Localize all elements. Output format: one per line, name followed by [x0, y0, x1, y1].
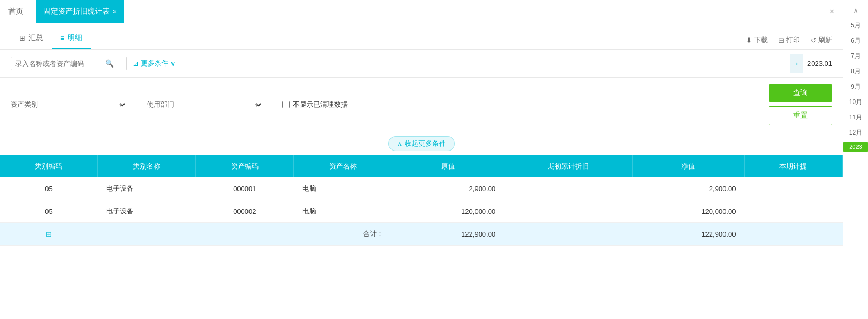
table-row: 05 电子设备 000002 电脑 120,000.00 120,000.00	[0, 200, 843, 223]
download-icon: ⬇	[746, 36, 752, 44]
tab-detail-label: 明细	[68, 33, 82, 43]
subtotal-label: 合计：	[98, 223, 392, 246]
department-label: 使用部门	[147, 100, 174, 109]
collapse-label: 收起更多条件	[405, 139, 446, 148]
cell-asset-name: 电脑	[294, 200, 392, 223]
category-label: 资产类别	[11, 100, 38, 109]
tab-detail[interactable]: ≡ 明细	[52, 28, 91, 49]
search-icon: 🔍	[105, 59, 114, 68]
sidebar-nav-up[interactable]: ∧	[851, 4, 861, 17]
table-row: 05 电子设备 000001 电脑 2,900.00 2,900.00	[0, 177, 843, 200]
print-button[interactable]: ⊟ 打印	[778, 35, 800, 45]
refresh-icon: ↺	[810, 36, 816, 44]
sidebar-month-item[interactable]: 6月	[847, 33, 864, 49]
toolbar-actions: ⬇ 下载 ⊟ 打印 ↺ 刷新	[746, 35, 832, 49]
cell-accumulated-depreciation	[504, 200, 632, 223]
cell-asset-code: 000002	[196, 200, 294, 223]
refresh-label: 刷新	[818, 35, 832, 45]
table-subtotal-row: ⊞ 合计： 122,900.00 122,900.00	[0, 223, 843, 246]
subtotal-accumulated-depreciation	[504, 223, 632, 246]
detail-icon: ≡	[60, 34, 64, 42]
col-category-code: 类别编码	[0, 155, 98, 177]
cell-category-code: 05	[0, 177, 98, 200]
cell-category-name: 电子设备	[98, 177, 196, 200]
filter-actions: 查询 重置	[769, 84, 832, 125]
nav-tab-label: 固定资产折旧统计表	[43, 7, 110, 16]
sidebar-month-item[interactable]: 12月	[847, 125, 864, 140]
table-header-row: 类别编码 类别名称 资产编码 资产名称 原值 期初累计折旧 净值 本期计提	[0, 155, 843, 177]
cell-current-depreciation	[744, 177, 842, 200]
date-display: 2023.01	[807, 60, 832, 68]
collapse-button[interactable]: ∧ 收起更多条件	[388, 136, 455, 151]
top-nav: 首页 固定资产折旧统计表 × ×	[0, 0, 843, 23]
cell-accumulated-depreciation	[504, 177, 632, 200]
cell-category-code: 05	[0, 200, 98, 223]
hide-cleared-checkbox[interactable]	[282, 101, 290, 108]
reset-button[interactable]: 重置	[769, 106, 832, 125]
more-conditions-label: 更多条件	[141, 59, 168, 68]
nav-home[interactable]: 首页	[8, 7, 23, 16]
department-filter: 使用部门 ▼	[147, 99, 262, 110]
nav-tab-active[interactable]: 固定资产折旧统计表 ×	[36, 0, 124, 23]
month-list: 5月6月7月8月9月10月11月12月	[847, 18, 864, 140]
right-sidebar: ∧ 5月6月7月8月9月10月11月12月 2023	[843, 0, 868, 319]
collapse-bar: ∧ 收起更多条件	[0, 132, 843, 155]
chevron-up-icon: ∧	[397, 140, 403, 148]
year-badge[interactable]: 2023	[843, 142, 868, 152]
col-accumulated-depreciation: 期初累计折旧	[504, 155, 632, 177]
filter-bar: 🔍 ⊿ 更多条件 ∨ › 2023.01	[0, 50, 843, 78]
col-current-depreciation: 本期计提	[744, 155, 842, 177]
col-net-value: 净值	[632, 155, 744, 177]
sidebar-month-item[interactable]: 8月	[847, 64, 864, 79]
department-select[interactable]	[178, 99, 263, 110]
subtotal-net-value: 122,900.00	[632, 223, 744, 246]
cell-net-value: 120,000.00	[632, 200, 744, 223]
cell-original-value: 2,900.00	[392, 177, 504, 200]
tab-summary[interactable]: ⊞ 汇总	[11, 28, 52, 49]
more-conditions-button[interactable]: ⊿ 更多条件 ∨	[133, 59, 176, 68]
download-button[interactable]: ⬇ 下载	[746, 35, 768, 45]
col-asset-name: 资产名称	[294, 155, 392, 177]
print-icon: ⊟	[778, 36, 784, 44]
hide-cleared-label: 不显示已清理数据	[293, 100, 348, 109]
subtotal-original-value: 122,900.00	[392, 223, 504, 246]
tab-summary-label: 汇总	[28, 33, 43, 43]
chevron-down-icon: ∨	[170, 60, 176, 68]
col-category-name: 类别名称	[98, 155, 196, 177]
sidebar-month-item[interactable]: 7月	[847, 49, 864, 64]
category-select[interactable]	[42, 99, 127, 110]
sidebar-month-item[interactable]: 9月	[847, 79, 864, 95]
subtotal-current-depreciation	[744, 223, 842, 246]
summary-icon: ⊞	[19, 34, 25, 42]
sidebar-month-item[interactable]: 10月	[847, 95, 864, 110]
cell-asset-code: 000001	[196, 177, 294, 200]
category-filter: 资产类别 ▼	[11, 99, 126, 110]
sidebar-month-item[interactable]: 5月	[847, 18, 864, 33]
window-close-button[interactable]: ×	[829, 7, 834, 16]
download-label: 下载	[754, 35, 768, 45]
cell-original-value: 120,000.00	[392, 200, 504, 223]
advanced-filter: 资产类别 ▼ 使用部门 ▼ 不显示已清理数	[0, 78, 843, 132]
filter-icon: ⊿	[133, 60, 139, 68]
cell-current-depreciation	[744, 200, 842, 223]
nav-tab-close[interactable]: ×	[113, 8, 117, 15]
print-label: 打印	[786, 35, 800, 45]
cell-net-value: 2,900.00	[632, 177, 744, 200]
expand-button[interactable]: ›	[790, 54, 803, 73]
data-table: 类别编码 类别名称 资产编码 资产名称 原值 期初累计折旧 净值 本期计提 05…	[0, 155, 843, 246]
subtotal-icon: ⊞	[0, 223, 98, 246]
col-original-value: 原值	[392, 155, 504, 177]
category-dropdown-icon: ▼	[118, 102, 123, 108]
search-input[interactable]	[15, 60, 105, 68]
cell-asset-name: 电脑	[294, 177, 392, 200]
hide-cleared-filter[interactable]: 不显示已清理数据	[282, 100, 348, 109]
search-wrapper: 🔍	[11, 57, 127, 70]
query-button[interactable]: 查询	[769, 84, 832, 102]
refresh-button[interactable]: ↺ 刷新	[810, 35, 832, 45]
department-dropdown-icon: ▼	[254, 102, 260, 108]
sidebar-month-item[interactable]: 11月	[847, 110, 864, 125]
col-asset-code: 资产编码	[196, 155, 294, 177]
table-container: 类别编码 类别名称 资产编码 资产名称 原值 期初累计折旧 净值 本期计提 05…	[0, 155, 843, 319]
cell-category-name: 电子设备	[98, 200, 196, 223]
toolbar-tabs: ⊞ 汇总 ≡ 明细 ⬇ 下载 ⊟ 打印 ↺ 刷新	[0, 23, 843, 50]
